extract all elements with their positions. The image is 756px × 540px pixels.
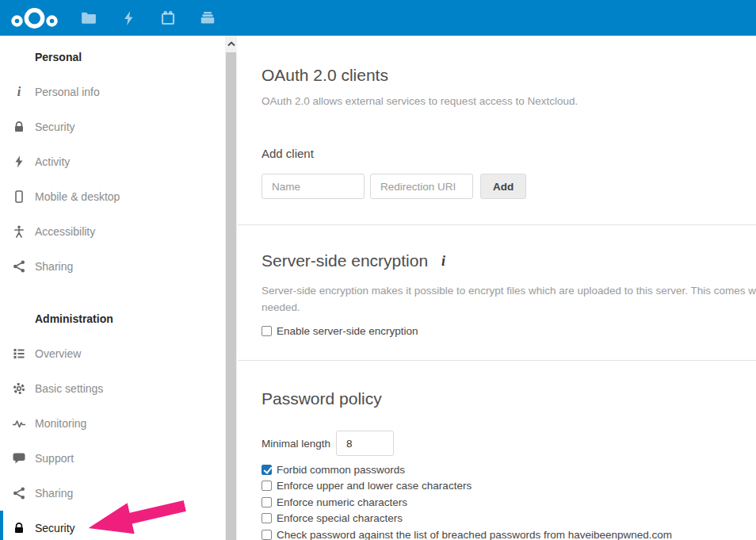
- gear-icon: [13, 382, 25, 395]
- encryption-description-line1: Server-side encryption makes it possible…: [262, 282, 756, 299]
- nextcloud-logo-icon: [10, 4, 60, 33]
- enable-encryption-checkbox[interactable]: [262, 326, 272, 336]
- enforce-numeric-row[interactable]: Enforce numeric characters: [262, 494, 756, 511]
- scrollbar-thumb[interactable]: [226, 52, 236, 540]
- password-policy-checkboxes: Forbid common passwords Enforce upper an…: [262, 461, 756, 540]
- enforce-special-checkbox[interactable]: [262, 513, 272, 523]
- sidebar-item-label: Support: [35, 452, 74, 465]
- top-header-bar: [0, 0, 756, 36]
- app-body: Personal i Personal info Security Activi…: [0, 36, 756, 540]
- enforce-numeric-checkbox[interactable]: [262, 497, 272, 507]
- calendar-icon: [160, 10, 176, 26]
- sidebar-item-monitoring[interactable]: Monitoring: [0, 406, 238, 441]
- scrollbar-up-button[interactable]: [225, 36, 237, 52]
- activity-bolt-icon: [121, 10, 136, 26]
- deck-app-button[interactable]: [188, 0, 227, 36]
- calendar-app-button[interactable]: [148, 0, 188, 36]
- client-name-input[interactable]: [262, 174, 365, 199]
- encryption-title: Server-side encryption: [262, 251, 428, 270]
- sidebar-item-mobile-desktop[interactable]: Mobile & desktop: [0, 179, 238, 214]
- checkbox-label: Enforce special characters: [277, 512, 403, 524]
- main-content: OAuth 2.0 clients OAuth 2.0 allows exter…: [238, 36, 756, 540]
- share-icon: [13, 487, 25, 500]
- oauth-title: OAuth 2.0 clients: [262, 66, 756, 85]
- encryption-description: Server-side encryption makes it possible…: [262, 282, 756, 316]
- sidebar-item-label: Accessibility: [35, 225, 95, 238]
- password-policy-section: Password policy Minimal length Forbid co…: [238, 361, 756, 540]
- check-breached-passwords-row[interactable]: Check password against the list of breac…: [262, 527, 756, 540]
- sidebar-item-label: Personal info: [35, 86, 100, 98]
- sidebar-heading-administration: Administration: [0, 301, 238, 336]
- sidebar-item-label: Mobile & desktop: [35, 190, 120, 203]
- checkbox-label: Enforce upper and lower case characters: [277, 480, 472, 492]
- info-icon[interactable]: i: [441, 253, 445, 270]
- encryption-description-line2: needed.: [262, 299, 756, 316]
- sidebar-item-label: Security: [35, 522, 75, 534]
- lock-icon: [13, 522, 25, 534]
- sidebar-heading-personal: Personal: [0, 40, 238, 75]
- app-menu: [69, 0, 227, 36]
- oauth-section: OAuth 2.0 clients OAuth 2.0 allows exter…: [238, 36, 756, 225]
- pulse-icon: [13, 417, 25, 430]
- sidebar-item-activity[interactable]: Activity: [0, 144, 238, 179]
- forbid-common-passwords-row[interactable]: Forbid common passwords: [262, 461, 756, 478]
- sidebar-item-sharing-admin[interactable]: Sharing: [0, 476, 238, 511]
- deck-stack-icon: [200, 10, 216, 25]
- forbid-common-passwords-checkbox[interactable]: [262, 465, 272, 475]
- sidebar-item-label: Security: [35, 121, 75, 133]
- sidebar-scrollbar[interactable]: [225, 36, 237, 540]
- chat-icon: [13, 452, 25, 465]
- info-icon: i: [13, 86, 25, 98]
- encryption-section: Server-side encryption i Server-side enc…: [238, 225, 756, 361]
- checkbox-label: Enforce numeric characters: [277, 496, 407, 508]
- sidebar-item-label: Sharing: [35, 260, 73, 273]
- sidebar-item-sharing-personal[interactable]: Sharing: [0, 249, 238, 284]
- sidebar-item-label: Activity: [35, 155, 70, 168]
- sidebar-item-security-admin[interactable]: Security: [0, 511, 238, 540]
- files-folder-icon: [81, 11, 97, 25]
- sidebar-item-overview[interactable]: Overview: [0, 336, 238, 371]
- phone-icon: [13, 190, 25, 203]
- minimal-length-input[interactable]: [336, 431, 394, 456]
- enforce-upper-lower-checkbox[interactable]: [262, 481, 272, 491]
- sidebar-section-administration: Administration Overview Basic settings M…: [0, 301, 238, 540]
- add-client-form: Add: [262, 174, 756, 199]
- check-breached-passwords-checkbox[interactable]: [262, 530, 272, 540]
- minimal-length-label: Minimal length: [262, 438, 330, 450]
- add-client-button[interactable]: Add: [480, 174, 526, 199]
- enforce-special-row[interactable]: Enforce special characters: [262, 511, 756, 527]
- sidebar-item-label: Overview: [35, 347, 81, 360]
- enable-encryption-label: Enable server-side encryption: [277, 325, 418, 337]
- sidebar-section-personal: Personal i Personal info Security Activi…: [0, 40, 238, 284]
- nextcloud-logo[interactable]: [10, 4, 60, 33]
- list-icon: [13, 347, 25, 360]
- checkbox-label: Forbid common passwords: [277, 464, 405, 476]
- password-policy-title: Password policy: [262, 389, 756, 408]
- accessibility-icon: [13, 225, 25, 238]
- checkbox-label: Check password against the list of breac…: [277, 529, 672, 540]
- sidebar-item-label: Monitoring: [35, 417, 86, 430]
- activity-app-button[interactable]: [109, 0, 148, 36]
- nextcloud-admin-security-page: { "colors": { "brand-blue": "#0082c9", "…: [0, 0, 756, 540]
- bolt-icon: [13, 155, 25, 168]
- sidebar-item-support[interactable]: Support: [0, 441, 238, 476]
- enforce-upper-lower-row[interactable]: Enforce upper and lower case characters: [262, 478, 756, 495]
- sidebar-item-label: Sharing: [35, 487, 73, 500]
- chevron-up-icon: [227, 41, 235, 47]
- settings-sidebar: Personal i Personal info Security Activi…: [0, 36, 238, 540]
- sidebar-item-basic-settings[interactable]: Basic settings: [0, 371, 238, 406]
- redirection-uri-input[interactable]: [370, 174, 473, 199]
- enable-encryption-row[interactable]: Enable server-side encryption: [262, 325, 756, 337]
- sidebar-item-label: Basic settings: [35, 382, 103, 395]
- oauth-description: OAuth 2.0 allows external services to re…: [262, 95, 756, 107]
- files-app-button[interactable]: [69, 0, 109, 36]
- minimal-length-row: Minimal length: [262, 431, 756, 456]
- share-icon: [13, 260, 25, 273]
- sidebar-item-accessibility[interactable]: Accessibility: [0, 214, 238, 249]
- sidebar-item-security-personal[interactable]: Security: [0, 109, 238, 144]
- lock-icon: [13, 121, 25, 133]
- add-client-heading: Add client: [262, 147, 756, 161]
- sidebar-item-personal-info[interactable]: i Personal info: [0, 75, 238, 109]
